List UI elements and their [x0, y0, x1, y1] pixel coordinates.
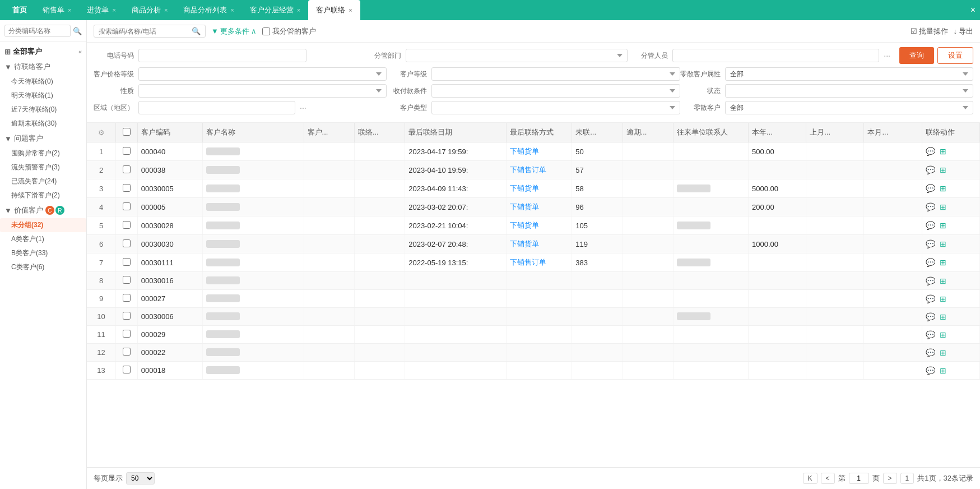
filter-status-select[interactable] [725, 84, 973, 98]
tab-home[interactable]: 首页 [4, 0, 35, 20]
row-checkbox[interactable] [123, 147, 131, 155]
col-header-action[interactable]: 联络动作 [922, 123, 979, 142]
col-header-year[interactable]: 本年... [749, 123, 806, 142]
row-checkbox[interactable] [123, 165, 131, 173]
last-page-btn[interactable]: 1 [900, 473, 914, 484]
sidebar-item-churned[interactable]: 已流失客户(24) [0, 174, 86, 188]
filter-region-dots[interactable]: ··· [295, 103, 311, 112]
row-checkbox[interactable] [123, 239, 131, 247]
row-checkbox[interactable] [123, 330, 131, 338]
tab-customer-contact-close[interactable]: × [349, 7, 352, 13]
row-checkbox[interactable] [123, 202, 131, 210]
message-icon[interactable]: 💬 [926, 330, 935, 339]
grid-action-icon[interactable]: ⊞ [940, 312, 946, 321]
sidebar-search-input[interactable] [4, 25, 71, 37]
page-input[interactable] [849, 473, 869, 484]
first-page-btn[interactable]: K [803, 473, 818, 484]
row-checkbox[interactable] [123, 366, 131, 373]
filter-price-level-select[interactable] [138, 67, 387, 81]
grid-action-icon[interactable]: ⊞ [940, 221, 946, 230]
grid-action-icon[interactable]: ⊞ [940, 184, 946, 193]
filter-phone-input[interactable] [138, 49, 306, 62]
gear-icon[interactable]: ⚙ [98, 128, 105, 137]
filter-dept-select[interactable] [406, 49, 628, 62]
all-customers-header[interactable]: ⊞ 全部客户 « [0, 42, 86, 59]
row-checkbox[interactable] [123, 294, 131, 302]
message-icon[interactable]: 💬 [926, 258, 935, 267]
tab-product-analysis-close[interactable]: × [164, 7, 168, 13]
col-header-pending[interactable]: 未联... [572, 123, 623, 142]
grid-action-icon[interactable]: ⊞ [940, 258, 946, 267]
message-icon[interactable]: 💬 [926, 147, 935, 156]
contact-method-link[interactable]: 下销货单 [510, 147, 539, 155]
tab-bar-close-all[interactable]: × [970, 5, 976, 15]
col-header-name[interactable]: 客户名称 [202, 123, 304, 142]
tab-customer-tier[interactable]: 客户分层经营 × [242, 0, 308, 20]
tab-purchase[interactable]: 进货单 × [79, 0, 123, 20]
filter-gender-select[interactable] [138, 84, 387, 98]
message-icon[interactable]: 💬 [926, 202, 935, 211]
col-header-person[interactable]: 往来单位联系人 [673, 123, 748, 142]
col-header-code[interactable]: 客户编码 [137, 123, 202, 142]
sidebar-item-declining[interactable]: 持续下滑客户(2) [0, 188, 86, 202]
row-checkbox[interactable] [123, 348, 131, 356]
row-checkbox[interactable] [123, 184, 131, 192]
col-header-method[interactable]: 最后联络方式 [506, 123, 572, 142]
grid-action-icon[interactable]: ⊞ [940, 202, 946, 211]
filter-payment-select[interactable] [431, 84, 680, 98]
tab-product-analysis-list-close[interactable]: × [230, 7, 234, 13]
message-icon[interactable]: 💬 [926, 276, 935, 285]
message-icon[interactable]: 💬 [926, 221, 935, 230]
filter-zero-customer-select[interactable]: 全部 [725, 101, 973, 114]
sidebar-item-ungroup[interactable]: 未分组(32) [0, 218, 86, 232]
prev-page-btn[interactable]: < [821, 473, 835, 484]
grid-action-icon[interactable]: ⊞ [940, 276, 946, 285]
sidebar-group-pending[interactable]: ▼ 待联络客户 [0, 59, 86, 75]
per-page-select[interactable]: 50 100 [126, 472, 155, 485]
grid-action-icon[interactable]: ⊞ [940, 239, 946, 248]
message-icon[interactable]: 💬 [926, 312, 935, 321]
sidebar-group-value[interactable]: ▼ 价值客户 C R [0, 202, 86, 218]
message-icon[interactable]: 💬 [926, 348, 935, 357]
grid-action-icon[interactable]: ⊞ [940, 348, 946, 357]
filter-customer-level-select[interactable] [431, 67, 680, 81]
tab-product-analysis[interactable]: 商品分析 × [124, 0, 175, 20]
grid-action-icon[interactable]: ⊞ [940, 165, 946, 174]
sidebar-item-tomorrow[interactable]: 明天待联络(1) [0, 89, 86, 103]
tab-sales[interactable]: 销售单 × [35, 0, 79, 20]
next-page-btn[interactable]: > [883, 473, 897, 484]
col-header-thismonth[interactable]: 本月... [864, 123, 922, 142]
sidebar-item-churn-warning[interactable]: 流失预警客户(3) [0, 160, 86, 174]
message-icon[interactable]: 💬 [926, 165, 935, 174]
filter-search-input[interactable] [99, 27, 192, 35]
message-icon[interactable]: 💬 [926, 294, 935, 303]
sidebar-item-7days[interactable]: 近7天待联络(0) [0, 103, 86, 117]
row-checkbox[interactable] [123, 276, 131, 284]
message-icon[interactable]: 💬 [926, 184, 935, 193]
filter-search-icon[interactable]: 🔍 [192, 27, 201, 35]
message-icon[interactable]: 💬 [926, 239, 935, 248]
sidebar-item-hoarding[interactable]: 囤购异常客户(2) [0, 146, 86, 160]
message-icon[interactable]: 💬 [926, 366, 935, 375]
export-btn[interactable]: ↓ 导出 [954, 26, 974, 36]
contact-method-link[interactable]: 下销售订单 [510, 165, 546, 174]
sidebar-search-icon[interactable]: 🔍 [73, 27, 82, 35]
filter-more-conditions[interactable]: ▼ 更多条件 ∧ [211, 26, 257, 36]
sidebar-item-overdue[interactable]: 逾期未联络(30) [0, 117, 86, 131]
batch-ops-btn[interactable]: ☑ 批量操作 [911, 26, 948, 36]
select-all-checkbox[interactable] [123, 128, 131, 136]
filter-zero-attr-select[interactable]: 全部 [725, 67, 973, 81]
tab-product-analysis-list[interactable]: 商品分析列表 × [175, 0, 241, 20]
contact-method-link[interactable]: 下销售订单 [510, 258, 546, 266]
row-checkbox[interactable] [123, 258, 131, 266]
filter-manager-dots[interactable]: ··· [879, 51, 895, 60]
tab-customer-tier-close[interactable]: × [297, 7, 300, 13]
filter-manager-input[interactable] [672, 49, 879, 62]
sidebar-item-class-b[interactable]: B类客户(33) [0, 246, 86, 260]
grid-action-icon[interactable]: ⊞ [940, 294, 946, 303]
filter-region-input[interactable] [138, 101, 295, 114]
contact-method-link[interactable]: 下销货单 [510, 202, 539, 211]
sidebar-item-today[interactable]: 今天待联络(0) [0, 75, 86, 89]
col-header-overdue[interactable]: 逾期... [623, 123, 673, 142]
tab-customer-contact[interactable]: 客户联络 × [308, 0, 360, 20]
